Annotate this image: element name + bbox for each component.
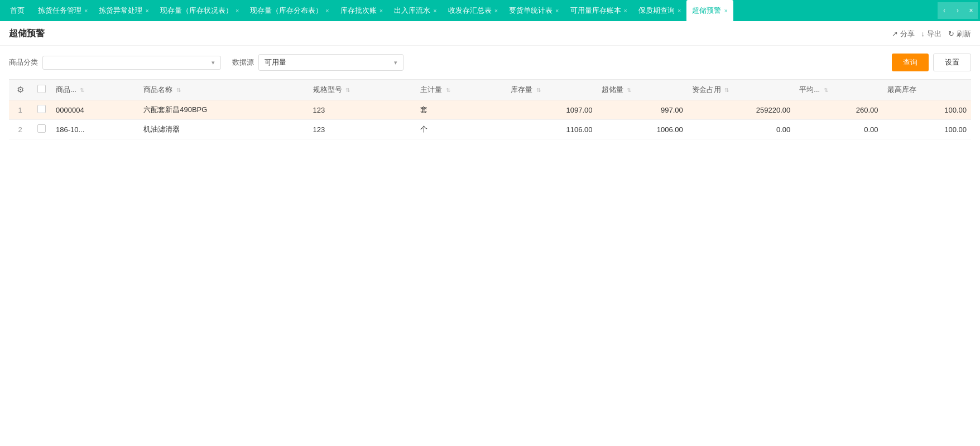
- nav-arrows: ‹ › ×: [938, 2, 978, 19]
- nav-tab-7[interactable]: 要货单统计表×: [503, 0, 564, 21]
- filter-category: 商品分类 ▾: [9, 56, 221, 70]
- nav-tab-10[interactable]: 超储预警×: [686, 0, 733, 21]
- filter-area: 商品分类 ▾ 数据源 可用量 ▾ 查询 设置: [0, 46, 980, 79]
- cell-unit-0: 套: [416, 100, 506, 120]
- cell-capital-use-0: 259220.00: [688, 100, 795, 120]
- nav-next-button[interactable]: ›: [951, 2, 964, 19]
- table-header-row: ⚙ 商品... ⇅ 商品名称 ⇅ 规格型号 ⇅: [9, 80, 971, 100]
- tab-label: 可用量库存账本: [570, 6, 621, 16]
- tab-close-icon[interactable]: ×: [379, 7, 383, 14]
- cell-max-stock-1: 100.00: [883, 120, 972, 139]
- tab-close-icon[interactable]: ×: [84, 7, 88, 14]
- category-select[interactable]: ▾: [42, 56, 221, 70]
- tab-label: 拣货任务管理: [38, 6, 81, 16]
- nav-prev-button[interactable]: ‹: [938, 2, 951, 19]
- nav-tab-8[interactable]: 可用量库存账本×: [565, 0, 633, 21]
- cell-check-0: [31, 100, 51, 120]
- col-avg-header[interactable]: 平均... ⇅: [795, 80, 882, 100]
- cell-avg-0: 260.00: [795, 100, 882, 120]
- settings-button[interactable]: 设置: [933, 54, 971, 71]
- share-button[interactable]: ↗ 分享: [892, 29, 915, 39]
- tab-label: 库存批次账: [340, 6, 377, 16]
- tab-close-icon[interactable]: ×: [555, 7, 559, 14]
- tab-close-icon[interactable]: ×: [678, 7, 681, 14]
- sort-product-name-icon: ⇅: [176, 87, 181, 93]
- tab-label: 收发存汇总表: [448, 6, 492, 16]
- tab-label: 保质期查询: [638, 6, 675, 16]
- settings-icon[interactable]: ⚙: [17, 85, 24, 94]
- nav-tab-0[interactable]: 拣货任务管理×: [32, 0, 93, 21]
- category-chevron-icon: ▾: [212, 59, 215, 66]
- nav-close-button[interactable]: ×: [964, 2, 978, 19]
- datasource-value: 可用量: [265, 57, 286, 67]
- tab-close-icon[interactable]: ×: [494, 7, 498, 14]
- nav-tab-3[interactable]: 现存量（库存分布表）×: [244, 0, 334, 21]
- sort-capital-icon: ⇅: [724, 87, 729, 93]
- nav-tab-4[interactable]: 库存批次账×: [335, 0, 388, 21]
- nav-tab-1[interactable]: 拣货异常处理×: [93, 0, 154, 21]
- cell-stock-0: 1097.00: [506, 100, 597, 120]
- col-stock-header[interactable]: 库存量 ⇅: [506, 80, 597, 100]
- sort-product-code-icon: ⇅: [80, 87, 84, 93]
- cell-avg-1: 0.00: [795, 120, 882, 139]
- cell-check-1: [31, 120, 51, 139]
- cell-over-stock-0: 997.00: [597, 100, 688, 120]
- datasource-chevron-icon: ▾: [394, 59, 397, 66]
- tab-close-icon[interactable]: ×: [325, 7, 329, 14]
- datasource-label: 数据源: [232, 57, 254, 67]
- nav-tab-2[interactable]: 现存量（库存状况表）×: [155, 0, 244, 21]
- cell-over-stock-1: 1006.00: [597, 120, 688, 139]
- export-button[interactable]: ↓ 导出: [921, 29, 942, 39]
- sort-spec-icon: ⇅: [345, 87, 350, 93]
- datasource-select[interactable]: 可用量 ▾: [258, 54, 403, 71]
- tab-close-icon[interactable]: ×: [236, 7, 239, 14]
- cell-unit-1: 个: [416, 120, 506, 139]
- category-label: 商品分类: [9, 57, 38, 67]
- sort-stock-icon: ⇅: [536, 87, 541, 93]
- row-checkbox-0[interactable]: [37, 105, 46, 113]
- sort-over-stock-icon: ⇅: [627, 87, 631, 93]
- col-product-code-header[interactable]: 商品... ⇅: [51, 80, 139, 100]
- tab-label: 要货单统计表: [509, 6, 553, 16]
- row-checkbox-1[interactable]: [37, 124, 46, 133]
- right-actions: 查询 设置: [892, 54, 971, 71]
- cell-max-stock-0: 100.00: [883, 100, 972, 120]
- page-header: 超储预警 ↗ 分享 ↓ 导出 ↻ 刷新: [0, 21, 980, 46]
- export-icon: ↓: [921, 30, 925, 38]
- nav-home[interactable]: 首页: [2, 0, 32, 21]
- col-over-stock-header[interactable]: 超储量 ⇅: [597, 80, 688, 100]
- col-check-header: [31, 80, 51, 100]
- table-container: ⚙ 商品... ⇅ 商品名称 ⇅ 规格型号 ⇅: [0, 79, 980, 139]
- col-max-stock-header[interactable]: 最高库存: [883, 80, 972, 100]
- col-settings-header: ⚙: [9, 80, 31, 100]
- col-unit-header[interactable]: 主计量 ⇅: [416, 80, 506, 100]
- cell-index-0: 1: [9, 100, 31, 120]
- cell-product-code-1: 186-10...: [51, 120, 139, 139]
- header-checkbox[interactable]: [37, 85, 46, 93]
- refresh-button[interactable]: ↻ 刷新: [948, 29, 971, 39]
- nav-tab-5[interactable]: 出入库流水×: [388, 0, 442, 21]
- nav-tab-6[interactable]: 收发存汇总表×: [443, 0, 503, 21]
- header-actions: ↗ 分享 ↓ 导出 ↻ 刷新: [892, 29, 972, 39]
- cell-spec-1: 123: [309, 120, 416, 139]
- cell-capital-use-1: 0.00: [688, 120, 795, 139]
- tab-close-icon[interactable]: ×: [624, 7, 627, 14]
- cell-spec-0: 123: [309, 100, 416, 120]
- tab-label: 拣货异常处理: [99, 6, 142, 16]
- share-icon: ↗: [892, 30, 898, 38]
- filter-datasource: 数据源 可用量 ▾: [232, 54, 403, 71]
- cell-index-1: 2: [9, 120, 31, 139]
- tab-close-icon[interactable]: ×: [145, 7, 148, 14]
- tab-close-icon[interactable]: ×: [433, 7, 436, 14]
- query-button[interactable]: 查询: [892, 54, 929, 71]
- col-capital-use-header[interactable]: 资金占用 ⇅: [688, 80, 795, 100]
- nav-tab-9[interactable]: 保质期查询×: [633, 0, 686, 21]
- col-product-name-header[interactable]: 商品名称 ⇅: [139, 80, 308, 100]
- refresh-icon: ↻: [948, 30, 954, 38]
- cell-product-name-0: 六配套新昌490BPG: [139, 100, 308, 120]
- tab-label: 出入库流水: [394, 6, 430, 16]
- tab-close-icon[interactable]: ×: [724, 7, 727, 14]
- tab-label: 现存量（库存状况表）: [160, 6, 233, 16]
- col-spec-header[interactable]: 规格型号 ⇅: [309, 80, 416, 100]
- page-title: 超储预警: [9, 28, 45, 40]
